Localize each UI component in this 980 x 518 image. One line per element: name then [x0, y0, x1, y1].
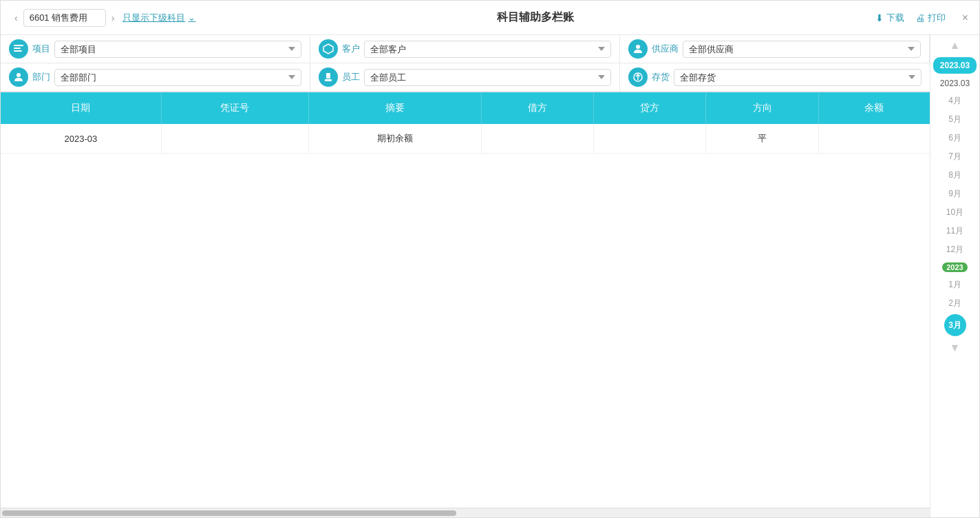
- filter-employee: 员工 全部员工: [310, 63, 620, 92]
- cell-direction: 平: [706, 124, 818, 154]
- timeline-item-2023-03-first[interactable]: 2023.03: [933, 57, 977, 74]
- data-table: 日期 凭证号 摘要 借方 贷方 方向 余额 2023-03: [1, 92, 930, 154]
- department-select[interactable]: 全部部门: [54, 69, 301, 86]
- show-sub-button[interactable]: 只显示下级科目 ⌄: [122, 12, 195, 24]
- filter-customer: 客户 全部客户: [310, 35, 620, 63]
- filter-supplier: 供应商 全部供应商: [620, 35, 930, 63]
- col-voucher: 凭证号: [161, 92, 308, 124]
- cell-summary: 期初余额: [308, 124, 481, 154]
- svg-point-3: [636, 45, 640, 49]
- employee-icon: [319, 68, 338, 87]
- timeline-item-7[interactable]: 7月: [930, 147, 979, 166]
- page-title: 科目辅助多栏账: [195, 10, 875, 25]
- show-sub-label: 只显示下级科目: [122, 12, 185, 24]
- timeline-item-3-current[interactable]: 3月: [944, 314, 966, 336]
- customer-icon: [319, 39, 338, 59]
- filter-department: 部门 全部部门: [1, 63, 310, 92]
- timeline-item-11[interactable]: 11月: [930, 222, 979, 240]
- header-bar: ‹ 6601 销售费用 › 只显示下级科目 ⌄ 科目辅助多栏账 ⬇ 下载 🖨 打…: [1, 1, 979, 35]
- svg-rect-0: [14, 45, 23, 46]
- table-container: 日期 凭证号 摘要 借方 贷方 方向 余额 2023-03: [1, 92, 930, 486]
- employee-label: 员工: [342, 71, 360, 83]
- cell-balance: [818, 124, 930, 154]
- table-header-row: 日期 凭证号 摘要 借方 贷方 方向 余额: [1, 92, 930, 124]
- col-direction: 方向: [706, 92, 818, 124]
- timeline-item-10[interactable]: 10月: [930, 203, 979, 222]
- project-select[interactable]: 全部项目: [54, 41, 301, 58]
- account-name: 销售费用: [52, 12, 87, 24]
- svg-rect-1: [14, 48, 21, 49]
- timeline-sidebar: ▲ 2023.03 2023.03 4月 5月 6月 7月 8月 9月 10月 …: [930, 35, 979, 517]
- year-badge: 2023: [942, 262, 967, 272]
- timeline-item-4[interactable]: 4月: [930, 92, 979, 110]
- timeline-item-2023-03-second[interactable]: 2023.03: [930, 75, 979, 92]
- main-window: ‹ 6601 销售费用 › 只显示下级科目 ⌄ 科目辅助多栏账 ⬇ 下载 🖨 打…: [0, 0, 980, 518]
- timeline-up-arrow[interactable]: ▲: [930, 35, 979, 56]
- print-label: 打印: [928, 12, 946, 24]
- timeline-item-8[interactable]: 8月: [930, 166, 979, 185]
- department-icon: [9, 68, 28, 87]
- filter-bar: 项目 全部项目 客户 全部客户: [1, 35, 930, 92]
- col-balance: 余额: [818, 92, 930, 124]
- timeline-item-5[interactable]: 5月: [930, 110, 979, 129]
- project-label: 项目: [32, 43, 50, 55]
- main-content: 项目 全部项目 客户 全部客户: [1, 35, 979, 517]
- col-summary: 摘要: [308, 92, 481, 124]
- next-account-arrow[interactable]: ›: [109, 11, 118, 25]
- filter-inventory: 存货 全部存货: [620, 63, 930, 92]
- download-label: 下载: [886, 12, 904, 24]
- show-sub-dropdown-arrow: ⌄: [188, 12, 195, 23]
- inventory-icon: [628, 68, 648, 87]
- cell-voucher: [161, 124, 308, 154]
- customer-select[interactable]: 全部客户: [364, 41, 611, 58]
- scrollbar-thumb: [2, 510, 456, 516]
- supplier-label: 供应商: [652, 43, 679, 55]
- table-row: 2023-03 期初余额 平: [1, 124, 930, 154]
- account-code: 6601: [30, 12, 50, 23]
- print-icon: 🖨: [915, 12, 925, 23]
- supplier-icon: [628, 39, 648, 59]
- svg-rect-6: [325, 79, 332, 81]
- department-label: 部门: [32, 71, 50, 83]
- cell-date: 2023-03: [1, 124, 161, 154]
- timeline-item-year-2023[interactable]: 2023: [930, 259, 979, 276]
- header-actions: ⬇ 下载 🖨 打印 ×: [875, 12, 968, 24]
- cell-debit: [481, 124, 593, 154]
- col-date: 日期: [1, 92, 161, 124]
- bottom-scrollbar[interactable]: [1, 508, 930, 517]
- inventory-select[interactable]: 全部存货: [674, 69, 922, 86]
- svg-rect-2: [14, 50, 22, 52]
- customer-label: 客户: [342, 43, 360, 55]
- prev-account-arrow[interactable]: ‹: [12, 11, 21, 25]
- cell-credit: [593, 124, 705, 154]
- timeline-item-1[interactable]: 1月: [930, 276, 979, 294]
- timeline-item-6[interactable]: 6月: [930, 129, 979, 147]
- supplier-select[interactable]: 全部供应商: [683, 41, 921, 58]
- timeline-item-9[interactable]: 9月: [930, 185, 979, 203]
- close-button[interactable]: ×: [962, 12, 968, 24]
- timeline-item-12[interactable]: 12月: [930, 240, 979, 259]
- download-icon: ⬇: [875, 12, 884, 23]
- employee-select[interactable]: 全部员工: [364, 69, 611, 86]
- content-wrapper: 项目 全部项目 客户 全部客户: [1, 35, 979, 517]
- account-code-label: 6601 销售费用: [23, 9, 106, 27]
- inventory-label: 存货: [652, 71, 670, 83]
- col-debit: 借方: [481, 92, 593, 124]
- svg-point-4: [17, 73, 21, 77]
- timeline-down-arrow[interactable]: ▼: [930, 338, 979, 358]
- col-credit: 贷方: [593, 92, 705, 124]
- timeline-item-2[interactable]: 2月: [930, 294, 979, 313]
- svg-rect-5: [326, 73, 330, 79]
- print-button[interactable]: 🖨 打印: [915, 12, 946, 24]
- filter-project: 项目 全部项目: [1, 35, 310, 63]
- project-icon: [9, 39, 28, 59]
- download-button[interactable]: ⬇ 下载: [875, 12, 904, 24]
